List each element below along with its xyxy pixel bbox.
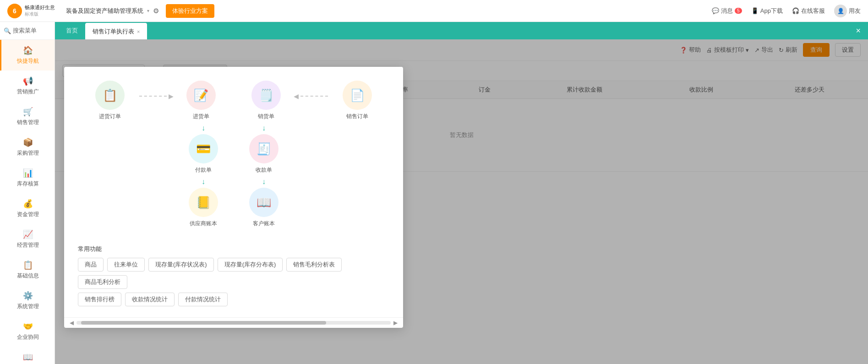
down-arrow-sales-bill: ↓ (236, 124, 291, 132)
gear-button[interactable]: ⚙ (149, 5, 162, 17)
sidebar-item-system[interactable]: ⚙️ 系统管理 (0, 285, 55, 316)
home-icon: 🏠 (23, 45, 33, 55)
common-title: 常用功能 (78, 245, 389, 253)
sidebar-item-basic[interactable]: 📋 基础信息 (0, 255, 55, 285)
down-arrows-row-2: ↓ ↓ (82, 178, 385, 186)
header-right: 💬 消息 5 📱 App下载 🎧 在线客服 👤 用友 (712, 5, 861, 17)
func-btn-sales-rank[interactable]: 销售排行榜 (78, 293, 121, 306)
purchase-bill-circle: 📝 (186, 81, 216, 110)
sidebar-item-inventory[interactable]: 📊 库存核算 (0, 163, 55, 193)
flow-row-3: 📒 供应商账本 📖 客户账本 (82, 188, 385, 228)
content-area: 首页 销售订单执行表 × × ❓ 帮助 🖨 按模板打印 ▾ (55, 22, 868, 364)
func-btn-stock-dist[interactable]: 现存量(库存分布表) (218, 258, 283, 272)
down-arrow-receipt-bill: ↓ (236, 178, 291, 186)
tab-sales-order[interactable]: 销售订单执行表 × (85, 23, 147, 40)
func-btn-partners[interactable]: 往来单位 (107, 258, 145, 272)
func-btn-stock-status[interactable]: 现存量(库存状况表) (148, 258, 214, 272)
system-name: 装备及固定资产辅助管理系统 (66, 7, 143, 15)
experience-button[interactable]: 体验行业方案 (166, 4, 214, 18)
modal-overlay[interactable]: 📋 进货订单 ▶ (55, 39, 868, 364)
app-download-button[interactable]: 📱 App下载 (751, 7, 783, 15)
sidebar-item-enterprise[interactable]: 🤝 企业协同 (0, 316, 55, 347)
sidebar-item-finance[interactable]: 💰 资金管理 (0, 193, 55, 224)
sales-bill-circle: 🗒️ (251, 81, 281, 110)
purchase-order-node[interactable]: 📋 进货订单 (82, 81, 137, 120)
down-arrow-payment-bill: ↓ (176, 178, 231, 186)
close-all-button[interactable]: × (852, 26, 864, 36)
func-btn-sales-gross[interactable]: 销售毛利分析表 (286, 258, 342, 272)
sales-icon: 🛒 (23, 107, 33, 117)
tab-bar: 首页 销售订单执行表 × × (55, 22, 868, 39)
online-service-button[interactable]: 🎧 在线客服 (792, 7, 825, 15)
func-btn-goods[interactable]: 商品 (78, 258, 104, 272)
arrow-sales-order-to-bill: ▶ (294, 92, 330, 109)
user-avatar: 👤 (834, 5, 847, 17)
down-arrow-purchase-bill: ↓ (176, 124, 231, 132)
sidebar-item-newbie[interactable]: 📖 新手引导 (0, 347, 55, 364)
func-btn-payment-stats[interactable]: 付款情况统计 (178, 293, 228, 306)
purchase-bill-node[interactable]: 📝 进货单 (174, 81, 229, 120)
arrow-purchase-order-to-bill: ▶ (137, 92, 174, 109)
marketing-icon: 📢 (23, 76, 33, 86)
func-btn-goods-gross[interactable]: 商品毛利分析 (78, 275, 127, 289)
flow-row-1: 📋 进货订单 ▶ (82, 81, 385, 120)
message-badge: 5 (735, 8, 742, 14)
finance-icon: 💰 (23, 199, 33, 209)
message-icon: 💬 (712, 7, 719, 14)
tab-home[interactable]: 首页 (59, 22, 85, 39)
scroll-left-arrow[interactable]: ◀ (70, 320, 74, 326)
customer-ledger-circle: 📖 (249, 188, 278, 217)
func-buttons-row-2: 销售排行榜 收款情况统计 付款情况统计 (78, 293, 389, 306)
sales-order-circle: 📄 (343, 81, 372, 110)
system-selector[interactable]: 装备及固定资产辅助管理系统 ▾ (66, 7, 149, 15)
newbie-icon: 📖 (23, 352, 33, 362)
payment-bill-node[interactable]: 💳 付款单 (176, 134, 231, 174)
func-buttons-row-1: 商品 往来单位 现存量(库存状况表) 现存量(库存分布表) 销售毛利分析表 商品… (78, 258, 389, 289)
message-button[interactable]: 💬 消息 5 (712, 7, 742, 15)
flow-row-2: 💳 付款单 🧾 收款单 (82, 134, 385, 174)
sidebar-item-purchase[interactable]: 📦 采购管理 (0, 132, 55, 163)
inventory-icon: 📊 (23, 168, 33, 178)
sidebar: 🔍 搜索菜单 🏠 快捷导航 📢 营销推广 🛒 销售管理 📦 采购管理 📊 库存核… (0, 22, 55, 364)
payment-bill-circle: 💳 (189, 134, 218, 163)
logo-area: 6 畅康通好生意 标准版 (7, 4, 62, 18)
basic-icon: 📋 (23, 260, 33, 270)
purchase-icon: 📦 (23, 137, 33, 147)
sales-order-node[interactable]: 📄 销售订单 (330, 81, 385, 120)
customer-ledger-node[interactable]: 📖 客户账本 (236, 188, 291, 228)
supplier-ledger-node[interactable]: 📒 供应商账本 (176, 188, 231, 228)
download-icon: 📱 (751, 7, 759, 14)
sidebar-item-sales[interactable]: 🛒 销售管理 (0, 101, 55, 132)
logo-text: 畅康通好生意 (25, 4, 55, 11)
logo-icon: 6 (7, 4, 22, 18)
service-icon: 🎧 (792, 7, 799, 14)
receipt-bill-circle: 🧾 (249, 134, 278, 163)
scrollbar-track[interactable] (76, 321, 391, 325)
supplier-ledger-circle: 📒 (189, 188, 218, 217)
operation-icon: 📈 (23, 229, 33, 239)
enterprise-icon: 🤝 (23, 321, 33, 331)
sidebar-item-operation[interactable]: 📈 经营管理 (0, 224, 55, 255)
scrollbar-thumb (81, 321, 326, 325)
down-arrows-row-1: ↓ ↓ (82, 124, 385, 132)
receipt-bill-node[interactable]: 🧾 收款单 (236, 134, 291, 174)
search-menu[interactable]: 🔍 搜索菜单 (0, 22, 55, 40)
sales-bill-node[interactable]: 🗒️ 销货单 (239, 81, 294, 120)
flow-diagram: 📋 进货订单 ▶ (64, 67, 403, 240)
system-icon: ⚙️ (23, 291, 33, 301)
search-icon: 🔍 (4, 27, 11, 34)
user-area[interactable]: 👤 用友 (834, 5, 861, 17)
func-btn-receipt-stats[interactable]: 收款情况统计 (125, 293, 175, 306)
purchase-order-circle: 📋 (95, 81, 125, 110)
common-functions: 常用功能 商品 往来单位 现存量(库存状况表) 现存量(库存分布表) 销售毛利分… (64, 240, 403, 317)
modal-scrollbar: ◀ ▶ (64, 317, 403, 328)
sidebar-item-marketing[interactable]: 📢 营销推广 (0, 71, 55, 101)
modal-box: 📋 进货订单 ▶ (64, 67, 403, 328)
sidebar-item-quick-nav[interactable]: 🏠 快捷导航 (0, 40, 55, 71)
tab-close-icon[interactable]: × (137, 29, 140, 34)
scroll-right-arrow[interactable]: ▶ (393, 320, 398, 326)
page-content: ❓ 帮助 🖨 按模板打印 ▾ ↗ 导出 ↻ 刷新 查询 设置 (55, 39, 868, 364)
logo-sub: 标准版 (25, 11, 55, 17)
